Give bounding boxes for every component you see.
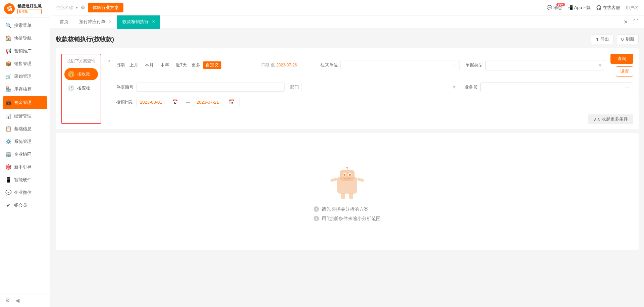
svg-point-11 bbox=[346, 167, 348, 168]
date-btn-this-year[interactable]: 本年 bbox=[158, 61, 171, 69]
doc-type-select[interactable]: ▾ bbox=[485, 60, 605, 70]
sidebar-item-hardware[interactable]: 📱 智能硬件 bbox=[0, 173, 50, 186]
svg-rect-7 bbox=[357, 178, 364, 182]
doc-no-input[interactable] bbox=[136, 83, 285, 92]
sidebar-item-inventory-label: 库存核算 bbox=[14, 86, 32, 92]
app-download-button[interactable]: 📲 App下载 bbox=[568, 5, 591, 11]
page-actions: ⬆ 导出 ↻ 刷新 bbox=[591, 34, 639, 44]
tab-collect[interactable]: 收款核销执行 ✕ bbox=[117, 15, 160, 29]
message-badge: 99+ bbox=[556, 3, 565, 6]
dept-label: 部门 bbox=[290, 84, 299, 90]
date-btn-custom[interactable]: 自定义 bbox=[203, 61, 221, 69]
message-button[interactable]: 💬 消息 99+ bbox=[547, 5, 562, 11]
verify-date-separator: — bbox=[186, 100, 190, 105]
svg-rect-6 bbox=[330, 178, 337, 182]
date-btn-this-month[interactable]: 本月 bbox=[143, 61, 156, 69]
counterpart-more-icon[interactable]: ··· bbox=[452, 62, 456, 68]
doc-type-label: 单据类型 bbox=[465, 62, 483, 68]
collapse-more-button[interactable]: ∧∧ 收起更多条件 bbox=[588, 114, 633, 124]
svg-point-5 bbox=[349, 174, 351, 176]
tab-close-all-button[interactable]: ✕ bbox=[622, 17, 629, 27]
sidebar-item-operations[interactable]: 📊 经营管理 bbox=[0, 110, 50, 122]
verify-start-calendar-icon[interactable]: 📅 bbox=[172, 99, 178, 105]
sidebar-item-inventory[interactable]: 🏪 库存核算 bbox=[0, 83, 50, 96]
sidebar-item-system[interactable]: ⚙️ 系统管理 bbox=[0, 135, 50, 148]
inventory-icon: 🏪 bbox=[5, 86, 11, 92]
sales-more-icon[interactable]: ··· bbox=[625, 84, 630, 90]
sidebar-item-basic[interactable]: 📋 基础信息 bbox=[0, 122, 50, 135]
tab-prepay-close[interactable]: ✕ bbox=[109, 19, 112, 24]
guide-icon: 🎯 bbox=[5, 164, 11, 170]
topbar-dropdown-arrow[interactable]: ▾ bbox=[76, 5, 78, 10]
sidebar-item-purchase[interactable]: 🛒 采购管理 bbox=[0, 70, 50, 83]
service-icon: 🎧 bbox=[596, 5, 601, 10]
sidebar-item-guide[interactable]: 🎯 新手引导 bbox=[0, 161, 50, 173]
doc-no-label: 单据编号 bbox=[116, 84, 133, 90]
sidebar-item-wechat-label: 企业微信 bbox=[14, 190, 32, 196]
filter-option-by-receipt[interactable]: 💰 按收款 bbox=[64, 68, 98, 80]
marketing-icon: 📢 bbox=[5, 48, 11, 54]
svg-point-4 bbox=[343, 174, 345, 176]
counterpart-select[interactable]: ··· bbox=[340, 60, 460, 70]
tab-collect-close[interactable]: ✕ bbox=[152, 19, 155, 24]
refresh-icon: ↻ bbox=[621, 37, 624, 42]
doc-type-field: 单据类型 ▾ bbox=[465, 60, 605, 70]
topbar-settings-icon[interactable]: ⚙ bbox=[80, 4, 85, 11]
solution-button[interactable]: 体验行业方案 bbox=[88, 3, 123, 12]
collapse-more-chevron: ∧∧ bbox=[594, 117, 600, 122]
sidebar-item-quicknav[interactable]: 🏠 快捷导航 bbox=[0, 32, 50, 45]
dept-select[interactable]: ▾ bbox=[302, 82, 459, 92]
dept-chevron[interactable]: ▾ bbox=[453, 84, 455, 90]
tabbar: 首页 预付冲应付单 ✕ 收款核销执行 ✕ ✕ ⛶ bbox=[50, 15, 644, 29]
sidebar-item-finance[interactable]: 💼 资金管理 bbox=[3, 96, 47, 109]
empty-hint-1-text: 请先选择要分析的方案 bbox=[322, 204, 369, 214]
date-btn-last-month[interactable]: 上月 bbox=[127, 61, 140, 69]
filter-collapse-button[interactable]: » bbox=[105, 58, 112, 64]
settings-bottom-icon[interactable]: ⚙ bbox=[5, 297, 10, 304]
date-quick-options: 上月 本月 本年 近7天 更多 自定义 bbox=[127, 61, 221, 69]
logo-icon: 畅 bbox=[4, 3, 15, 14]
service-button[interactable]: 🎧 在线客服 bbox=[596, 5, 620, 11]
verify-start-input[interactable] bbox=[140, 100, 170, 105]
sidebar-item-finance-label: 资金管理 bbox=[14, 100, 32, 106]
sidebar-item-sales[interactable]: 📦 销售管理 bbox=[0, 57, 50, 70]
main-area: 企业名称 ▾ ⚙ 体验行业方案 💬 消息 99+ 📲 App下载 🎧 在线客服 … bbox=[50, 0, 644, 307]
export-button[interactable]: ⬆ 导出 bbox=[591, 34, 613, 44]
receivable-option-label: 按应收 bbox=[77, 85, 90, 91]
sidebar-item-enterprise[interactable]: 🏢 企业协同 bbox=[0, 148, 50, 161]
sidebar-item-sales-label: 销售管理 bbox=[14, 61, 32, 67]
sidebar-item-search[interactable]: 🔍 搜索菜单 bbox=[0, 19, 50, 32]
logo-text: 畅捷通好生意 标准版 bbox=[17, 3, 42, 14]
date-unlimited-label: 不限 bbox=[261, 62, 269, 68]
tab-home[interactable]: 首页 bbox=[54, 15, 74, 29]
collapse-more-row: ∧∧ 收起更多条件 bbox=[116, 114, 633, 124]
query-button[interactable]: 查询 bbox=[610, 54, 633, 64]
wechat-icon: 💬 bbox=[5, 190, 11, 196]
date-btn-7days[interactable]: 近7天 bbox=[174, 61, 189, 69]
verify-end-input[interactable] bbox=[197, 100, 227, 105]
dept-field: 部门 ▾ bbox=[290, 82, 459, 92]
finance-icon: 💼 bbox=[5, 100, 11, 106]
date-btn-more[interactable]: 更多 bbox=[192, 62, 200, 68]
collapse-sidebar-icon[interactable]: ◀ bbox=[15, 297, 19, 304]
sales-field: 业务员 ··· bbox=[465, 82, 633, 92]
sidebar-item-marketing[interactable]: 📢 营销推广 bbox=[0, 45, 50, 57]
verify-end-calendar-icon[interactable]: 📅 bbox=[229, 99, 234, 105]
filter-option-by-receivable[interactable]: 🕐 按应收 bbox=[64, 82, 98, 94]
doc-type-chevron[interactable]: ▾ bbox=[599, 62, 601, 68]
filter-form: 日期 上月 本月 本年 近7天 更多 自定义 不限 至 2023 bbox=[116, 54, 633, 124]
sidebar-item-wechat[interactable]: 💬 企业微信 bbox=[0, 186, 50, 199]
settings-button[interactable]: 设置 bbox=[616, 66, 633, 76]
sales-select[interactable]: ··· bbox=[480, 82, 633, 92]
tab-prepay[interactable]: 预付冲应付单 ✕ bbox=[74, 15, 117, 29]
verify-date-label: 核销日期 bbox=[116, 99, 133, 105]
sidebar-item-member[interactable]: ✔ 畅会员 bbox=[0, 199, 50, 212]
topbar: 企业名称 ▾ ⚙ 体验行业方案 💬 消息 99+ 📲 App下载 🎧 在线客服 … bbox=[50, 0, 644, 15]
filter-row-2: 单据编号 部门 ▾ 业务员 ··· bbox=[116, 82, 633, 92]
refresh-button[interactable]: ↻ 刷新 bbox=[616, 34, 639, 44]
tab-expand-button[interactable]: ⛶ bbox=[632, 18, 640, 27]
member-icon: ✔ bbox=[5, 202, 11, 208]
verify-date-field: 核销日期 📅 — 📅 bbox=[116, 98, 633, 106]
tab-prepay-label: 预付冲应付单 bbox=[79, 19, 105, 25]
topbar-right: 💬 消息 99+ 📲 App下载 🎧 在线客服 用户名 bbox=[547, 5, 639, 11]
